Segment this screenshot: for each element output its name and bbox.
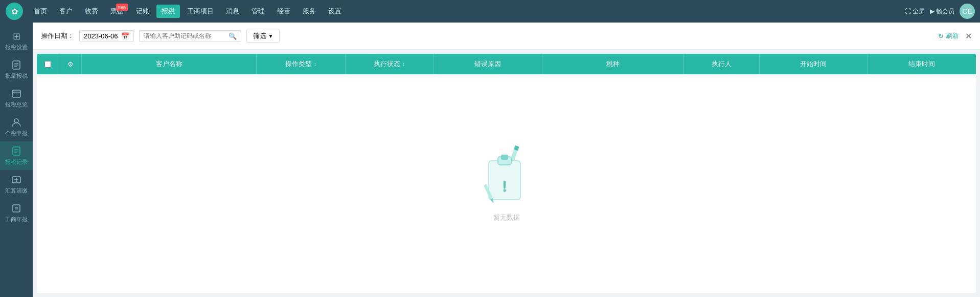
table-container: ⚙ 客户名称 操作类型 ↕ 执行状态 ↕ 错误原因 税种 [37,54,976,293]
empty-state: ! 暂无数据 [478,145,535,222]
annual-report-icon [11,203,22,214]
search-icon: 🔍 [229,32,237,40]
member-label: 畅会员 [936,7,954,16]
close-button[interactable]: ✕ [965,31,972,41]
th-end-time: 结束时间 [868,54,976,74]
svg-rect-6 [12,90,20,97]
select-all-checkbox[interactable] [44,61,51,68]
toolbar-right: ↻ 刷新 ✕ [938,31,972,41]
th-exec-status: 执行状态 ↕ [346,54,434,74]
avatar[interactable]: CE [960,4,975,19]
sidebar-item-batch-tax[interactable]: 批量报税 [0,55,33,84]
date-input[interactable]: 2023-06-06 📅 [79,30,134,42]
sidebar-item-annual-report[interactable]: 工商年报 [0,199,33,227]
sidebar-label-settlement: 汇算清缴 [5,187,28,195]
nav-business-project[interactable]: 工商项目 [182,5,219,18]
svg-text:✿: ✿ [11,7,18,16]
svg-text:!: ! [502,178,507,195]
search-input[interactable] [144,32,225,39]
sidebar-label-tax-overview: 报税总览 [5,101,28,109]
sidebar-label-tax-settings: 报税设置 [5,44,28,51]
toolbar: 操作日期： 2023-06-06 📅 🔍 筛选 ▼ ↻ 刷新 ✕ [33,23,980,50]
nav-ticket[interactable]: 票据 new [105,5,129,18]
exec-status-sort-icon[interactable]: ↕ [402,61,405,67]
sidebar-label-personal-tax: 个税申报 [5,130,28,137]
tax-record-icon [11,145,22,157]
sidebar-item-personal-tax[interactable]: 个税申报 [0,113,33,141]
refresh-button[interactable]: ↻ 刷新 [938,31,959,40]
nav-accounting[interactable]: 记账 [131,5,154,18]
sidebar-item-tax-settings[interactable]: ⊞ 报税设置 [0,27,33,55]
tax-overview-icon [11,88,22,99]
main-layout: ⊞ 报税设置 批量报税 报税总览 个税申报 报税记录 [0,23,980,297]
svg-rect-24 [501,155,508,160]
sidebar-item-tax-record[interactable]: 报税记录 [0,141,33,170]
nav-customer[interactable]: 客户 [54,5,78,18]
op-type-sort-icon[interactable]: ↕ [314,61,316,67]
date-value: 2023-06-06 [84,32,118,40]
content-area: 操作日期： 2023-06-06 📅 🔍 筛选 ▼ ↻ 刷新 ✕ [33,23,980,297]
nav-operation[interactable]: 经营 [272,5,295,18]
nav-items: 首页 客户 收费 票据 new 记账 报税 工商项目 消息 管理 经营 服务 设… [29,5,905,18]
sidebar-item-tax-overview[interactable]: 报税总览 [0,84,33,113]
filter-button[interactable]: 筛选 ▼ [246,29,280,43]
refresh-label: 刷新 [946,31,959,40]
tax-settings-icon: ⊞ [11,31,22,42]
batch-tax-icon [11,59,22,71]
new-badge: new [116,4,128,11]
sidebar-item-settlement[interactable]: 汇算清缴 [0,170,33,199]
fullscreen-label: 全屏 [913,7,925,16]
settlement-icon [11,174,22,185]
nav-message[interactable]: 消息 [221,5,244,18]
th-executor: 执行人 [684,54,759,74]
th-error-reason: 错误原因 [434,54,542,74]
calendar-icon: 📅 [121,32,129,40]
fullscreen-icon: ⛶ [905,8,911,15]
settings-icon: ⚙ [67,60,74,68]
nav-home[interactable]: 首页 [29,5,52,18]
sidebar-label-tax-record: 报税记录 [5,158,28,166]
chevron-down-icon: ▼ [268,33,274,39]
empty-text: 暂无数据 [493,213,520,222]
top-navigation: ✿ 首页 客户 收费 票据 new 记账 报税 工商项目 消息 管理 经营 服务… [0,0,980,23]
member-button[interactable]: ▶ 畅会员 [930,7,954,16]
search-wrap[interactable]: 🔍 [139,30,241,42]
right-actions: ⛶ 全屏 ▶ 畅会员 CE [905,4,975,19]
refresh-icon: ↻ [938,32,944,40]
logo[interactable]: ✿ [5,2,24,20]
table-body: ! 暂无数据 [37,74,976,293]
video-icon: ▶ [930,8,935,15]
nav-manage[interactable]: 管理 [246,5,270,18]
personal-tax-icon [11,117,22,128]
sidebar: ⊞ 报税设置 批量报税 报税总览 个税申报 报税记录 [0,23,33,297]
svg-rect-16 [13,205,20,212]
th-customer: 客户名称 [82,54,257,74]
filter-label: 筛选 [253,31,266,40]
date-label: 操作日期： [41,31,74,40]
th-settings[interactable]: ⚙ [59,54,82,74]
sidebar-label-annual-report: 工商年报 [5,216,28,223]
th-start-time: 开始时间 [760,54,868,74]
nav-settings[interactable]: 设置 [323,5,347,18]
nav-tax[interactable]: 报税 [156,5,180,18]
th-op-type: 操作类型 ↕ [257,54,345,74]
nav-fee[interactable]: 收费 [80,5,103,18]
fullscreen-button[interactable]: ⛶ 全屏 [905,7,925,16]
th-tax-type: 税种 [542,54,684,74]
th-checkbox[interactable] [37,54,59,74]
sidebar-label-batch-tax: 批量报税 [5,72,28,80]
nav-service[interactable]: 服务 [298,5,321,18]
table-header: ⚙ 客户名称 操作类型 ↕ 执行状态 ↕ 错误原因 税种 [37,54,976,74]
svg-point-8 [14,119,18,123]
empty-illustration: ! [478,145,535,207]
